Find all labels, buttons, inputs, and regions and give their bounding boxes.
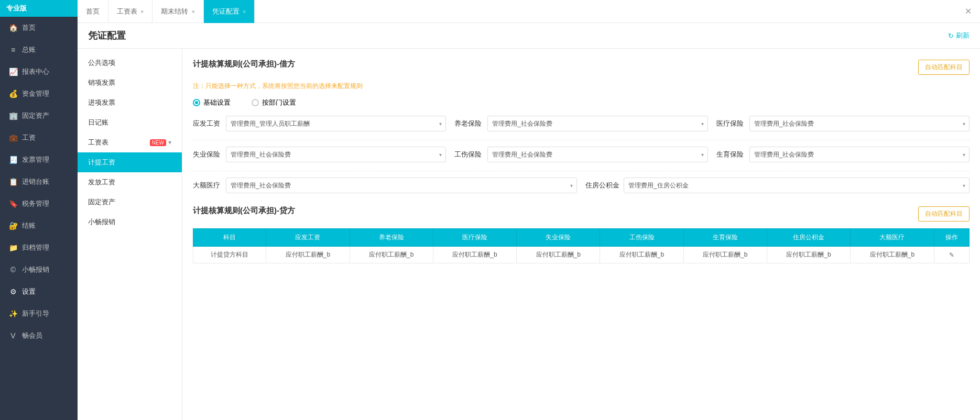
sidebar-item-fixed-assets[interactable]: 🏢 固定资产 bbox=[0, 105, 78, 127]
select-major-medical-wrapper: 管理费用_社会保险费 ▾ bbox=[226, 178, 577, 193]
window-close-button[interactable]: ✕ bbox=[956, 6, 980, 16]
menu-item-expense[interactable]: 小畅报销 bbox=[78, 212, 182, 232]
xiaochang-icon: © bbox=[8, 266, 18, 274]
sidebar-item-home[interactable]: 🏠 首页 bbox=[0, 17, 78, 39]
menu-item-public[interactable]: 公共选项 bbox=[78, 53, 182, 73]
sidebar-label-vip: 畅会员 bbox=[22, 331, 42, 340]
tab-home[interactable]: 首页 bbox=[78, 0, 108, 23]
sidebar-label-guide: 新手引导 bbox=[22, 309, 49, 318]
field-major-medical: 大额医疗 管理费用_社会保险费 ▾ bbox=[193, 178, 577, 193]
menu-item-purchase-invoice[interactable]: 进项发票 bbox=[78, 93, 182, 113]
reports-icon: 📈 bbox=[8, 68, 18, 76]
label-maternity: 生育保险 bbox=[716, 150, 745, 159]
ledger-icon: ≡ bbox=[8, 46, 18, 54]
fund-icon: 💰 bbox=[8, 90, 18, 98]
radio-basic[interactable]: 基础设置 bbox=[193, 98, 231, 107]
form-row3: 大额医疗 管理费用_社会保险费 ▾ 住房公积金 管理费用_住房公积金 ▾ bbox=[193, 171, 970, 193]
auto-match-credit-button[interactable]: 自动匹配科目 bbox=[918, 206, 970, 222]
tab-voucher-close[interactable]: × bbox=[243, 8, 246, 15]
select-unemployment[interactable]: 管理费用_社会保险费 bbox=[226, 147, 446, 162]
menu-item-fixed-assets-left[interactable]: 固定资产 bbox=[78, 192, 182, 212]
guide-icon: ✨ bbox=[8, 310, 18, 318]
col-pension: 养老保险 bbox=[350, 229, 433, 247]
menu-item-sales-invoice[interactable]: 销项发票 bbox=[78, 73, 182, 93]
sidebar-item-fund[interactable]: 💰 资金管理 bbox=[0, 83, 78, 105]
tab-payroll-close[interactable]: × bbox=[140, 8, 144, 15]
select-injury-wrapper: 管理费用_社会保险费 ▾ bbox=[487, 147, 707, 162]
sidebar-label-general-ledger: 总账 bbox=[22, 45, 36, 54]
sidebar-item-vip[interactable]: V 畅会员 bbox=[0, 325, 78, 347]
section2-header-row: 计提核算规则(公司承担)-贷方 自动匹配科目 bbox=[193, 206, 970, 222]
select-maternity-wrapper: 管理费用_社会保险费 ▾ bbox=[749, 147, 970, 162]
select-housing-wrapper: 管理费用_住房公积金 ▾ bbox=[624, 178, 970, 193]
tab-period-close[interactable]: 期末结转 × bbox=[153, 0, 203, 23]
cell-major-medical: 应付职工薪酬_b bbox=[851, 247, 934, 263]
cell-action[interactable]: ✎ bbox=[934, 247, 969, 263]
sidebar-item-xiaochang[interactable]: © 小畅报销 bbox=[0, 259, 78, 281]
menu-item-calc-salary[interactable]: 计提工资 bbox=[78, 152, 182, 172]
sidebar-label-close: 结账 bbox=[22, 221, 36, 230]
sidebar-item-settings[interactable]: ⚙ 设置 bbox=[0, 281, 78, 303]
field-salary: 应发工资 管理费用_管理人员职工薪酬 ▾ bbox=[193, 116, 446, 131]
cell-maternity: 应付职工薪酬_b bbox=[683, 247, 767, 263]
app-name: 专业版 bbox=[0, 0, 78, 17]
select-salary-wrapper: 管理费用_管理人员职工薪酬 ▾ bbox=[226, 116, 446, 131]
tab-voucher-label: 凭证配置 bbox=[212, 7, 239, 16]
select-unemployment-wrapper: 管理费用_社会保险费 ▾ bbox=[226, 147, 446, 162]
sidebar-item-guide[interactable]: ✨ 新手引导 bbox=[0, 303, 78, 325]
select-pension[interactable]: 管理费用_社会保险费 bbox=[487, 116, 707, 131]
label-major-medical: 大额医疗 bbox=[193, 181, 222, 190]
select-maternity[interactable]: 管理费用_社会保险费 bbox=[749, 147, 970, 162]
menu-item-payroll-table[interactable]: 工资表 NEW ▾ bbox=[78, 132, 182, 152]
new-badge: NEW bbox=[150, 139, 166, 146]
settings-icon: ⚙ bbox=[8, 288, 18, 296]
tab-voucher-config[interactable]: 凭证配置 × bbox=[204, 0, 255, 23]
label-pension: 养老保险 bbox=[454, 119, 483, 128]
invoice-icon: 🧾 bbox=[8, 156, 18, 164]
sidebar-item-invoice[interactable]: 🧾 发票管理 bbox=[0, 149, 78, 171]
cell-subject: 计提贷方科目 bbox=[193, 247, 266, 263]
sidebar-item-tax[interactable]: 🔖 税务管理 bbox=[0, 193, 78, 215]
tab-bar: 首页 工资表 × 期末结转 × 凭证配置 × ✕ bbox=[78, 0, 980, 23]
refresh-button[interactable]: ↻ 刷新 bbox=[948, 31, 970, 40]
sidebar-label-settings: 设置 bbox=[22, 287, 36, 296]
label-medical: 医疗保险 bbox=[716, 119, 745, 128]
sidebar-item-close[interactable]: 🔐 结账 bbox=[0, 215, 78, 237]
edit-icon[interactable]: ✎ bbox=[949, 251, 954, 259]
sidebar-label-archive: 归档管理 bbox=[22, 243, 49, 252]
col-unemployment: 失业保险 bbox=[517, 229, 600, 247]
field-unemployment: 失业保险 管理费用_社会保险费 ▾ bbox=[193, 147, 446, 162]
field-medical: 医疗保险 管理费用_社会保险费 ▾ bbox=[716, 116, 970, 131]
radio-dept[interactable]: 按部门设置 bbox=[252, 98, 296, 107]
tab-payroll-label: 工资表 bbox=[117, 7, 137, 16]
select-major-medical[interactable]: 管理费用_社会保险费 bbox=[226, 178, 577, 193]
sidebar-item-salary[interactable]: 💼 工资 bbox=[0, 127, 78, 149]
cell-injury: 应付职工薪酬_b bbox=[600, 247, 683, 263]
sidebar-label-reports: 报表中心 bbox=[22, 67, 49, 76]
select-housing[interactable]: 管理费用_住房公积金 bbox=[624, 178, 970, 193]
radio-basic-circle bbox=[193, 99, 200, 106]
menu-item-pay-salary[interactable]: 发放工资 bbox=[78, 172, 182, 192]
sidebar-item-archive[interactable]: 📁 归档管理 bbox=[0, 237, 78, 259]
table-row: 计提贷方科目 应付职工薪酬_b 应付职工薪酬_b 应付职工薪酬_b 应付职工薪酬… bbox=[193, 247, 970, 263]
sidebar-item-reports[interactable]: 📈 报表中心 bbox=[0, 61, 78, 83]
sidebar-label-tax: 税务管理 bbox=[22, 199, 49, 208]
menu-item-journal[interactable]: 日记账 bbox=[78, 113, 182, 132]
tab-period-close-btn[interactable]: × bbox=[191, 8, 194, 15]
sidebar-label-salary: 工资 bbox=[22, 133, 36, 142]
tab-payroll[interactable]: 工资表 × bbox=[108, 0, 153, 23]
sidebar-label-xiaochang: 小畅报销 bbox=[22, 265, 49, 274]
col-injury: 工伤保险 bbox=[600, 229, 683, 247]
sidebar-item-sales-ledger[interactable]: 📋 进销台账 bbox=[0, 171, 78, 193]
sidebar-item-general-ledger[interactable]: ≡ 总账 bbox=[0, 39, 78, 61]
cell-salary: 应付职工薪酬_b bbox=[266, 247, 350, 263]
select-pension-wrapper: 管理费用_社会保险费 ▾ bbox=[487, 116, 707, 131]
select-medical[interactable]: 管理费用_社会保险费 bbox=[749, 116, 970, 131]
select-salary[interactable]: 管理费用_管理人员职工薪酬 bbox=[226, 116, 446, 131]
cell-housing: 应付职工薪酬_b bbox=[767, 247, 850, 263]
select-injury[interactable]: 管理费用_社会保险费 bbox=[487, 147, 707, 162]
auto-match-debit-button[interactable]: 自动匹配科目 bbox=[918, 60, 970, 75]
radio-dept-circle bbox=[252, 99, 259, 106]
sidebar: 专业版 🏠 首页 ≡ 总账 📈 报表中心 💰 资金管理 🏢 固定资产 💼 工资 … bbox=[0, 0, 78, 420]
credit-table: 科目 应发工资 养老保险 医疗保险 失业保险 工伤保险 生育保险 住房公积金 大… bbox=[193, 228, 970, 263]
